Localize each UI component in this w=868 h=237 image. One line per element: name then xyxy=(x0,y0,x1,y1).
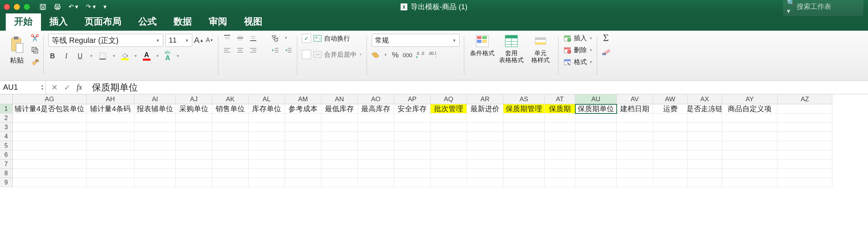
undo-icon[interactable]: ↶ ▾ xyxy=(69,3,78,10)
cell[interactable] xyxy=(575,160,617,169)
row-header[interactable]: 4 xyxy=(0,132,13,141)
cell[interactable] xyxy=(653,123,688,132)
cell[interactable] xyxy=(394,150,431,160)
cell[interactable] xyxy=(503,123,545,132)
cell[interactable] xyxy=(617,169,653,178)
cell[interactable] xyxy=(778,150,832,160)
cell[interactable] xyxy=(778,141,832,150)
cell[interactable] xyxy=(431,141,467,150)
cell[interactable] xyxy=(503,178,545,187)
cell[interactable] xyxy=(722,178,778,187)
cell[interactable] xyxy=(321,178,358,187)
cell[interactable] xyxy=(688,169,722,178)
cell[interactable] xyxy=(358,178,394,187)
cell[interactable] xyxy=(176,141,212,150)
cell[interactable] xyxy=(575,150,617,160)
cell[interactable] xyxy=(722,123,778,132)
comma-icon[interactable]: 000 xyxy=(403,51,412,59)
cell[interactable] xyxy=(617,114,653,123)
decrease-font-icon[interactable]: A▼ xyxy=(205,36,214,44)
conditional-format-button[interactable]: 条件格式 xyxy=(469,34,496,57)
cell[interactable] xyxy=(285,123,321,132)
number-format-dropdown[interactable]: 常规▼ xyxy=(372,34,460,47)
cell[interactable] xyxy=(285,178,321,187)
tab-开始[interactable]: 开始 xyxy=(6,12,41,31)
row-header[interactable]: 5 xyxy=(0,141,13,150)
cell[interactable] xyxy=(249,178,285,187)
cell[interactable] xyxy=(87,160,134,169)
cell[interactable] xyxy=(13,178,87,187)
cell[interactable]: 销售单位 xyxy=(212,104,249,114)
cell[interactable] xyxy=(653,141,688,150)
cell[interactable] xyxy=(778,160,832,169)
save-icon[interactable] xyxy=(39,3,46,10)
cell[interactable] xyxy=(13,141,87,150)
cell[interactable]: 安全库存 xyxy=(394,104,431,114)
cut-icon[interactable]: ✂️ xyxy=(31,34,39,42)
cell[interactable] xyxy=(778,178,832,187)
cell[interactable]: 建档日期 xyxy=(617,104,653,114)
cell[interactable] xyxy=(688,114,722,123)
cell[interactable] xyxy=(285,141,321,150)
underline-icon[interactable]: U xyxy=(76,52,84,60)
cell[interactable] xyxy=(575,123,617,132)
cell[interactable] xyxy=(176,123,212,132)
row-header[interactable]: 2 xyxy=(0,114,13,123)
column-header[interactable]: AH xyxy=(87,94,134,104)
align-center-icon[interactable] xyxy=(236,46,244,54)
cell[interactable]: 是否走冻链 xyxy=(688,104,722,114)
cell[interactable] xyxy=(503,132,545,141)
cell[interactable] xyxy=(617,123,653,132)
cell[interactable] xyxy=(467,150,503,160)
cell[interactable] xyxy=(176,132,212,141)
cell[interactable] xyxy=(321,150,358,160)
cell[interactable] xyxy=(503,160,545,169)
cell[interactable] xyxy=(358,150,394,160)
cell[interactable] xyxy=(176,178,212,187)
close-window-button[interactable] xyxy=(4,4,10,10)
cell[interactable] xyxy=(212,150,249,160)
cell[interactable] xyxy=(321,123,358,132)
delete-cells-button[interactable]: × 删除▼ xyxy=(563,46,593,54)
font-color-icon[interactable]: A xyxy=(143,51,151,61)
cell[interactable] xyxy=(467,114,503,123)
cell[interactable] xyxy=(13,132,87,141)
cell[interactable]: 商品自定义项 xyxy=(722,104,778,114)
increase-indent-icon[interactable] xyxy=(284,46,293,54)
cell[interactable] xyxy=(467,123,503,132)
cell[interactable] xyxy=(431,178,467,187)
align-top-icon[interactable] xyxy=(223,34,231,42)
cell[interactable] xyxy=(503,169,545,178)
column-header[interactable]: AO xyxy=(358,94,394,104)
column-header[interactable]: AL xyxy=(249,94,285,104)
cell[interactable] xyxy=(575,178,617,187)
align-left-icon[interactable] xyxy=(223,46,231,54)
italic-icon[interactable]: I xyxy=(62,52,70,60)
cell[interactable] xyxy=(653,150,688,160)
cell[interactable] xyxy=(503,114,545,123)
font-size-dropdown[interactable]: 11▼ xyxy=(165,34,192,47)
column-header[interactable]: AV xyxy=(617,94,653,104)
cell[interactable] xyxy=(176,169,212,178)
name-box[interactable]: AU1 ▲▼ xyxy=(0,81,46,94)
cell[interactable] xyxy=(321,132,358,141)
cell[interactable] xyxy=(545,169,575,178)
column-header[interactable]: AQ xyxy=(431,94,467,104)
column-header[interactable]: AK xyxy=(212,94,249,104)
cell[interactable] xyxy=(653,114,688,123)
cell[interactable] xyxy=(778,114,832,123)
clear-icon[interactable] xyxy=(602,48,610,56)
cell[interactable] xyxy=(653,178,688,187)
cell[interactable] xyxy=(575,169,617,178)
qat-customize-icon[interactable]: ▾ xyxy=(103,3,106,10)
cell[interactable] xyxy=(134,160,176,169)
font-name-dropdown[interactable]: 等线 Regular (正文)▼ xyxy=(48,34,163,47)
column-header[interactable]: AM xyxy=(285,94,321,104)
cell[interactable] xyxy=(321,141,358,150)
tab-视图[interactable]: 视图 xyxy=(236,12,271,31)
row-header[interactable]: 6 xyxy=(0,150,13,160)
cell[interactable] xyxy=(249,114,285,123)
cell[interactable]: 保质期单位 xyxy=(575,104,617,114)
minimize-window-button[interactable] xyxy=(14,4,20,10)
cell[interactable] xyxy=(249,123,285,132)
